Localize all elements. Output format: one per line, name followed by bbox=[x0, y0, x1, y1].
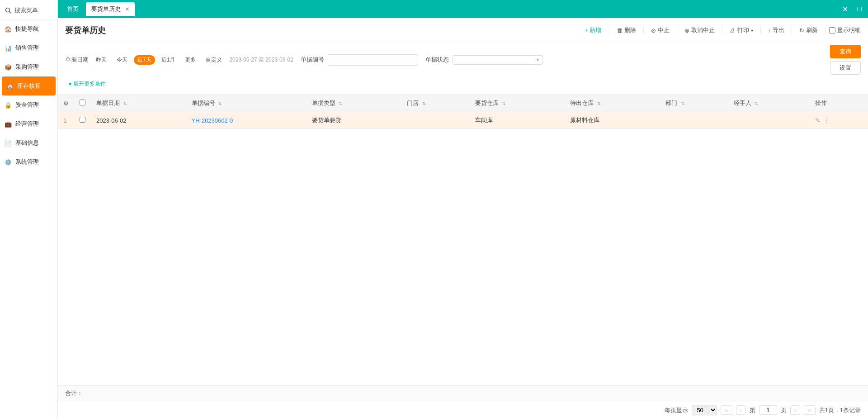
per-page-select[interactable]: 10 20 50 100 bbox=[692, 405, 717, 415]
content-area: 要货单历史 + 新增 🗑 删除 ⊘ 中止 ⊗ 取消中止 bbox=[58, 18, 868, 419]
show-detail-checkbox[interactable] bbox=[829, 27, 835, 33]
page-prefix-label: 第 bbox=[750, 406, 755, 414]
th-check bbox=[74, 95, 91, 112]
row-more-icon[interactable]: ⋮ bbox=[823, 117, 830, 124]
bill-no-link[interactable]: YH-20230602-0 bbox=[192, 117, 233, 124]
sort-bill-type-icon[interactable]: ⇅ bbox=[339, 101, 342, 106]
date-btn-7days[interactable]: 近7天 bbox=[134, 55, 155, 65]
bill-no-input[interactable] bbox=[328, 54, 418, 66]
home-icon: 🏠 bbox=[5, 25, 12, 33]
select-all-checkbox[interactable] bbox=[80, 100, 85, 105]
table-container: ⚙ 单据日期 ⇅ 单据编号 ⇅ 单据类型 bbox=[58, 95, 868, 385]
sidebar-item-purchase[interactable]: 📦 采购管理 bbox=[0, 57, 57, 76]
stop-button[interactable]: ⊘ 中止 bbox=[647, 24, 673, 36]
search-icon bbox=[5, 7, 12, 14]
prev-page-button[interactable]: ‹ bbox=[736, 405, 746, 415]
row-edit-icon[interactable]: ✎ bbox=[815, 117, 821, 124]
filter-area: 单据日期 昨天 今天 近7天 近1月 更多 自定义 2023-05-27 至 2… bbox=[58, 40, 868, 95]
tab-home[interactable]: 首页 bbox=[61, 2, 84, 16]
sidebar-item-operations[interactable]: 💼 经营管理 bbox=[0, 114, 57, 133]
new-button[interactable]: + 新增 bbox=[581, 24, 605, 36]
sidebar-item-finance[interactable]: 🔒 资金管理 bbox=[0, 95, 57, 114]
topbar: 首页 要货单历史 ✕ ✕ □ bbox=[58, 0, 868, 18]
export-icon: ↑ bbox=[768, 27, 771, 34]
date-btn-custom[interactable]: 自定义 bbox=[202, 55, 226, 65]
filter-action-btns: 查询 设置 bbox=[830, 45, 861, 75]
sidebar-item-sales[interactable]: 📊 销售管理 bbox=[0, 38, 57, 57]
sort-bill-no-icon[interactable]: ⇅ bbox=[218, 101, 222, 106]
date-btn-today[interactable]: 今天 bbox=[113, 55, 131, 65]
sort-handler-icon[interactable]: ⇅ bbox=[755, 101, 758, 106]
sort-dept-icon[interactable]: ⇅ bbox=[681, 101, 684, 106]
refresh-icon: ↻ bbox=[799, 27, 804, 34]
bill-status-select[interactable]: ▾ bbox=[453, 55, 543, 65]
sort-date-icon[interactable]: ⇅ bbox=[123, 101, 127, 106]
row-checkbox[interactable] bbox=[80, 117, 85, 123]
table-header-row: ⚙ 单据日期 ⇅ 单据编号 ⇅ 单据类型 bbox=[58, 95, 868, 112]
tab-requisition-history-label: 要货单历史 bbox=[91, 5, 121, 13]
print-button[interactable]: 🖨 打印 ▾ bbox=[726, 24, 757, 36]
page-header: 要货单历史 + 新增 🗑 删除 ⊘ 中止 ⊗ 取消中止 bbox=[58, 18, 868, 40]
bill-status-label: 单据状态 bbox=[425, 56, 449, 64]
show-detail-toggle[interactable]: 显示明细 bbox=[829, 26, 861, 34]
table-body: 1 2023-06-02 YH-20230602-0 要货单要货 车间库 原材料… bbox=[58, 112, 868, 129]
delete-icon: 🗑 bbox=[617, 27, 623, 34]
bill-status-filter: 单据状态 ▾ bbox=[425, 55, 543, 65]
warehouse-icon: 🏠 bbox=[6, 82, 14, 90]
refresh-label: 刷新 bbox=[806, 26, 818, 34]
expand-more-button[interactable]: ▾ 展开更多条件 bbox=[65, 78, 861, 90]
date-btn-more[interactable]: 更多 bbox=[181, 55, 199, 65]
box-icon: 📦 bbox=[5, 63, 12, 71]
sort-pending-wh-icon[interactable]: ⇅ bbox=[597, 101, 601, 106]
window-maximize-button[interactable]: □ bbox=[854, 4, 864, 14]
date-btn-1month[interactable]: 近1月 bbox=[158, 55, 179, 65]
tab-close-icon[interactable]: ✕ bbox=[125, 6, 129, 12]
footer-summary: 合计： bbox=[58, 385, 868, 401]
last-page-button[interactable]: » bbox=[804, 405, 815, 415]
row-pending-warehouse: 原材料仓库 bbox=[565, 112, 660, 129]
sidebar-item-inventory[interactable]: 🏠 库存核算 bbox=[2, 76, 56, 95]
delete-label: 删除 bbox=[624, 26, 636, 34]
row-department bbox=[660, 112, 728, 129]
query-button[interactable]: 查询 bbox=[830, 45, 861, 58]
th-actions: 操作 bbox=[810, 95, 868, 112]
sidebar-item-base-info[interactable]: 📄 基础信息 bbox=[0, 133, 57, 152]
window-close-button[interactable]: ✕ bbox=[840, 4, 851, 14]
next-page-button[interactable]: › bbox=[790, 405, 800, 415]
main-area: 首页 要货单历史 ✕ ✕ □ 要货单历史 + 新增 🗑 删除 ⊘ bbox=[58, 0, 868, 419]
toolbar-divider3 bbox=[677, 27, 677, 34]
sort-store-icon[interactable]: ⇅ bbox=[422, 101, 426, 106]
cancel-stop-label: 取消中止 bbox=[691, 26, 715, 34]
tab-requisition-history[interactable]: 要货单历史 ✕ bbox=[86, 2, 135, 16]
page-number-input[interactable] bbox=[759, 405, 777, 415]
cancel-stop-button[interactable]: ⊗ 取消中止 bbox=[681, 24, 718, 36]
date-range-display: 2023-05-27 至 2023-06-02 bbox=[229, 56, 293, 64]
sidebar-item-label: 基础信息 bbox=[15, 139, 39, 147]
toolbar-divider6 bbox=[792, 27, 792, 34]
toolbar-divider4 bbox=[722, 27, 722, 34]
date-btn-yesterday[interactable]: 昨天 bbox=[92, 55, 110, 65]
svg-line-1 bbox=[9, 12, 11, 14]
th-pending-warehouse: 待出仓库 ⇅ bbox=[565, 95, 660, 112]
filter-actions: 查询 设置 bbox=[830, 45, 861, 75]
sidebar-item-label: 经营管理 bbox=[15, 120, 39, 128]
sidebar-item-label: 销售管理 bbox=[15, 44, 39, 52]
table-head: ⚙ 单据日期 ⇅ 单据编号 ⇅ 单据类型 bbox=[58, 95, 868, 112]
th-settings[interactable]: ⚙ bbox=[58, 95, 74, 112]
expand-icon: ▾ bbox=[69, 81, 71, 87]
sidebar-search[interactable]: 搜索菜单 bbox=[0, 0, 57, 19]
summary-label: 合计： bbox=[65, 389, 83, 397]
briefcase-icon: 💼 bbox=[5, 120, 12, 128]
export-button[interactable]: ↑ 导出 bbox=[764, 24, 788, 36]
sort-req-wh-icon[interactable]: ⇅ bbox=[502, 101, 505, 106]
first-page-button[interactable]: « bbox=[721, 405, 732, 415]
settings-icon: ⚙️ bbox=[5, 158, 12, 166]
sidebar-item-quick-nav[interactable]: 🏠 快捷导航 bbox=[0, 19, 57, 38]
sidebar-item-system[interactable]: ⚙️ 系统管理 bbox=[0, 152, 57, 171]
print-icon: 🖨 bbox=[730, 27, 736, 34]
refresh-button[interactable]: ↻ 刷新 bbox=[796, 24, 821, 36]
delete-button[interactable]: 🗑 删除 bbox=[613, 24, 640, 36]
filter-settings-button[interactable]: 设置 bbox=[830, 61, 861, 75]
page-title: 要货单历史 bbox=[65, 25, 106, 36]
doc-icon: 📄 bbox=[5, 139, 12, 147]
